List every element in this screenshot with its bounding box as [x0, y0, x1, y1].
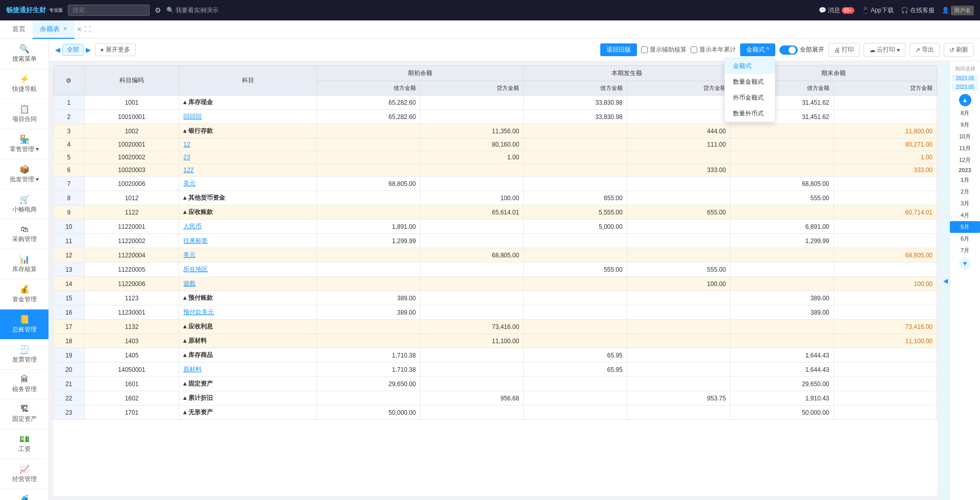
- ytd-checkbox-label[interactable]: 显示本年累计: [691, 45, 736, 54]
- sidebar-item-purchase[interactable]: 🛍 采购管理: [0, 220, 48, 249]
- month-2[interactable]: 2月: [950, 186, 980, 198]
- sidebar-item-invoice[interactable]: 🧾 发票管理: [0, 340, 48, 370]
- cell-subject[interactable]: 遊戲: [179, 277, 317, 291]
- month-7[interactable]: 7月: [950, 245, 980, 256]
- scroll-down-btn[interactable]: ▼: [959, 257, 971, 270]
- cloud-print-btn[interactable]: ☁ 云打印 ▾: [864, 43, 905, 57]
- gear-icon[interactable]: ⚙: [155, 6, 161, 14]
- scroll-up-btn[interactable]: ▲: [959, 94, 971, 106]
- cell-subject[interactable]: ▴ 库存现金: [179, 96, 317, 110]
- refresh-btn[interactable]: ↺ 刷新: [944, 43, 974, 57]
- cell-subject[interactable]: 回回回: [179, 110, 317, 124]
- cell-seq: 21: [54, 377, 85, 391]
- mode-dropdown-menu: 金额式 数量金额式 外币金额式 数量外币式: [724, 58, 775, 122]
- cell-subject[interactable]: ▴ 累计折旧: [179, 391, 317, 406]
- month-3[interactable]: 3月: [950, 198, 980, 209]
- sidebar-item-project[interactable]: 📋 项目合同: [0, 99, 48, 129]
- month-11[interactable]: 11月: [950, 142, 980, 154]
- export-btn[interactable]: ↗ 导出: [910, 43, 940, 57]
- cell-subject[interactable]: ▴ 应收利息: [179, 320, 317, 334]
- sidebar-item-ecommerce[interactable]: 🛒 小畅电商: [0, 189, 48, 220]
- sidebar-item-quicknav[interactable]: ⚡ 快捷导航: [0, 69, 48, 99]
- cell-subject[interactable]: 122: [179, 164, 317, 177]
- cell-subject[interactable]: ▴ 应收账款: [179, 205, 317, 220]
- cell-subject[interactable]: ▴ 无形资产: [179, 406, 317, 420]
- cell-subject[interactable]: 所在地区: [179, 263, 317, 277]
- cell-subject[interactable]: 23: [179, 151, 317, 164]
- cell-subject[interactable]: 美元: [179, 248, 317, 263]
- tab-balance[interactable]: 余额表 ✕: [33, 20, 75, 39]
- month-1[interactable]: 1月: [950, 174, 980, 186]
- aux-checkbox[interactable]: [641, 46, 648, 53]
- user-avatar[interactable]: 👤 用户名: [942, 6, 974, 15]
- sidebar-item-assets[interactable]: 🏗 固定资产: [0, 399, 48, 429]
- cell-subject[interactable]: ▴ 预付账款: [179, 291, 317, 305]
- cell-subject[interactable]: ▴ 原材料: [179, 334, 317, 348]
- month-4[interactable]: 4月: [950, 209, 980, 221]
- table-scroll[interactable]: ⚙ 科目编码 科目 期初余额 本期发生额 期末余额 借方金额 贷方金额 借方金额: [53, 65, 937, 496]
- th-settings[interactable]: ⚙: [54, 66, 85, 96]
- cloud-icon: ☁: [869, 46, 875, 54]
- collapse-panel-btn[interactable]: ◀: [941, 61, 949, 500]
- mode-option-amount[interactable]: 金额式: [725, 58, 775, 74]
- top-search-input[interactable]: [68, 5, 150, 16]
- toggle-switch[interactable]: [779, 45, 798, 55]
- period-start[interactable]: 2023.05: [952, 75, 978, 82]
- mode-dropdown-btn[interactable]: 金额式 ^: [740, 43, 775, 56]
- month-6[interactable]: 6月: [950, 233, 980, 245]
- cell-subject[interactable]: ▴ 其他货币资金: [179, 191, 317, 205]
- sidebar-item-search[interactable]: 🔍 搜索菜单: [0, 39, 48, 69]
- return-old-btn[interactable]: 退回旧版: [600, 43, 637, 56]
- cell-subject[interactable]: 原材料: [179, 363, 317, 377]
- cell-subject[interactable]: ▴ 固定资产: [179, 377, 317, 391]
- cell-cp_debit: 33,830.98: [524, 96, 627, 110]
- breadcrumb-left-arrow[interactable]: ◀: [55, 46, 60, 54]
- sidebar-item-expense[interactable]: 🧳 小畅报销: [0, 489, 48, 500]
- cell-subject[interactable]: 预付款美元: [179, 305, 317, 320]
- aux-checkbox-label[interactable]: 显示辅助核算: [641, 45, 687, 54]
- cell-subject[interactable]: ▴ 银行存款: [179, 124, 317, 138]
- cell-subject[interactable]: 12: [179, 138, 317, 151]
- ytd-checkbox[interactable]: [691, 46, 697, 53]
- message-btn[interactable]: 💬 消息 99+: [819, 6, 854, 15]
- mode-option-foreign-amount[interactable]: 外币金额式: [725, 90, 775, 106]
- tab-maximize[interactable]: ⛶: [84, 26, 91, 33]
- cell-seq: 7: [54, 177, 85, 191]
- mode-option-qty-foreign[interactable]: 数量外币式: [725, 106, 775, 122]
- cell-code: 1122: [84, 205, 179, 220]
- expand-btn[interactable]: ▾ 展开更多: [95, 43, 136, 56]
- cell-subject[interactable]: 往来标签: [179, 234, 317, 248]
- sidebar-label-ecommerce: 小畅电商: [12, 206, 37, 213]
- sidebar-item-inventory[interactable]: 📊 库存核算: [0, 249, 48, 279]
- month-12[interactable]: 12月: [950, 154, 980, 166]
- print-btn[interactable]: 🖨 打印: [828, 43, 860, 57]
- full-expand-toggle[interactable]: 全部展开: [779, 45, 824, 55]
- cell-subject[interactable]: 美元: [179, 177, 317, 191]
- sidebar-item-payroll[interactable]: 💵 工资: [0, 429, 48, 459]
- online-service-btn[interactable]: 🎧 在线客服: [901, 6, 935, 15]
- sidebar-item-operations[interactable]: 📈 经营管理: [0, 459, 48, 489]
- cell-subject[interactable]: 人民币: [179, 220, 317, 234]
- period-end[interactable]: 2023.05: [952, 83, 978, 91]
- sidebar-item-capital[interactable]: 💰 资金管理: [0, 279, 48, 309]
- capital-icon: 💰: [3, 284, 45, 294]
- mode-option-qty-amount[interactable]: 数量金额式: [725, 74, 775, 90]
- sidebar-item-wholesale[interactable]: 📦 批发管理 ▾: [0, 159, 48, 189]
- tab-home[interactable]: 首页: [5, 20, 33, 39]
- breadcrumb-right-arrow[interactable]: ▶: [86, 46, 91, 54]
- month-10[interactable]: 10月: [950, 131, 980, 142]
- app-download-btn[interactable]: 📱 App下载: [862, 6, 894, 15]
- tab-close-all[interactable]: ✕: [77, 26, 82, 33]
- month-5[interactable]: 5月: [950, 221, 980, 233]
- th-opening-balance: 期初余额: [317, 66, 524, 81]
- month-8[interactable]: 8月: [950, 107, 980, 119]
- sidebar-item-retail[interactable]: 🏪 零售管理 ▾: [0, 129, 48, 159]
- month-9[interactable]: 9月: [950, 119, 980, 131]
- sidebar-item-ledger[interactable]: 📒 总账管理: [0, 309, 48, 340]
- tab-balance-close[interactable]: ✕: [63, 26, 67, 32]
- th-cp-credit: 贷方金额: [627, 81, 730, 96]
- demo-link[interactable]: 🔍 我要看实例演示: [166, 6, 218, 15]
- cell-code: 11220001: [84, 220, 179, 234]
- sidebar-item-tax[interactable]: 🏛 税务管理: [0, 370, 48, 399]
- cell-subject[interactable]: ▴ 库存商品: [179, 348, 317, 363]
